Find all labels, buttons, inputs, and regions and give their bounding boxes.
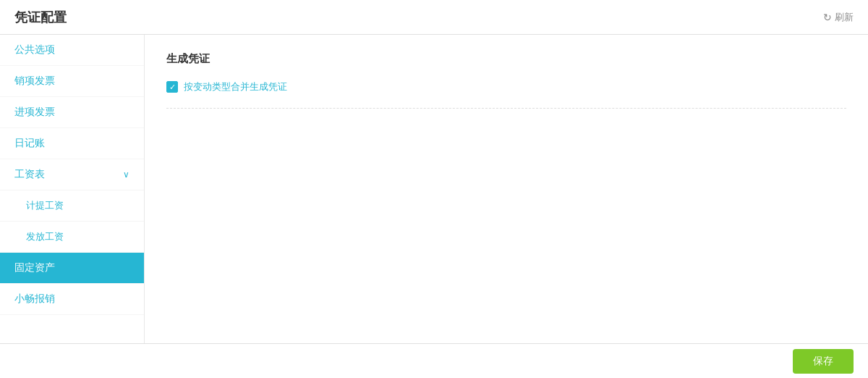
sidebar-item-label: 公共选项 — [14, 43, 55, 56]
main-container: 公共选项销项发票进项发票日记账工资表∨计提工资发放工资固定资产小畅报销 生成凭证… — [0, 35, 868, 343]
save-button[interactable]: 保存 — [793, 349, 854, 374]
refresh-icon: ↻ — [823, 12, 832, 23]
sidebar-item-payroll-table[interactable]: 工资表∨ — [0, 159, 144, 190]
sidebar-item-label: 计提工资 — [26, 199, 64, 212]
sidebar: 公共选项销项发票进项发票日记账工资表∨计提工资发放工资固定资产小畅报销 — [0, 35, 145, 343]
chevron-down-icon: ∨ — [123, 169, 129, 180]
checkmark-icon: ✓ — [169, 83, 176, 91]
refresh-button[interactable]: ↻ 刷新 — [823, 11, 854, 24]
page-title: 凭证配置 — [14, 9, 67, 26]
page-footer: 保存 — [0, 343, 868, 378]
sidebar-item-label: 工资表 — [14, 168, 45, 181]
sidebar-item-label: 进项发票 — [14, 106, 55, 119]
sidebar-item-sales-invoice[interactable]: 销项发票 — [0, 66, 144, 97]
sidebar-item-payroll-payment[interactable]: 发放工资 — [0, 222, 144, 253]
sidebar-item-label: 销项发票 — [14, 75, 55, 88]
sidebar-item-public-options[interactable]: 公共选项 — [0, 35, 144, 66]
sidebar-item-label: 小畅报销 — [14, 293, 55, 306]
sidebar-item-label: 固定资产 — [14, 261, 55, 274]
sidebar-item-fixed-assets[interactable]: 固定资产 — [0, 253, 144, 284]
section-divider — [166, 108, 846, 109]
sidebar-item-label: 日记账 — [14, 137, 45, 150]
refresh-label: 刷新 — [835, 11, 854, 24]
checkbox-row: ✓ 按变动类型合并生成凭证 — [166, 80, 846, 93]
sidebar-item-label: 发放工资 — [26, 230, 64, 243]
sidebar-item-purchase-invoice[interactable]: 进项发票 — [0, 97, 144, 128]
page-header: 凭证配置 ↻ 刷新 — [0, 0, 868, 35]
merge-checkbox-label: 按变动类型合并生成凭证 — [184, 80, 287, 93]
sidebar-item-payroll-accrual[interactable]: 计提工资 — [0, 190, 144, 222]
sidebar-item-journal[interactable]: 日记账 — [0, 128, 144, 159]
sidebar-item-expense-reimbursement[interactable]: 小畅报销 — [0, 284, 144, 315]
section-title: 生成凭证 — [166, 52, 846, 66]
content-area: 生成凭证 ✓ 按变动类型合并生成凭证 — [145, 35, 868, 343]
merge-checkbox[interactable]: ✓ — [166, 81, 178, 93]
